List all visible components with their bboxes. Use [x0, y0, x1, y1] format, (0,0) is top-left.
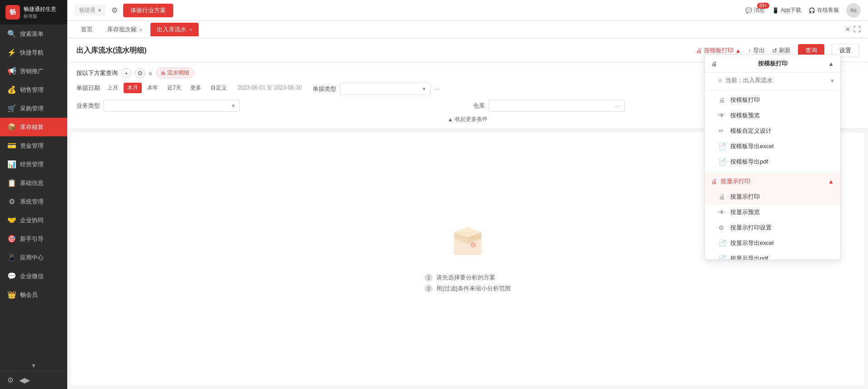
app-download-button[interactable]: 📱 App下载: [772, 6, 801, 14]
svg-point-6: [470, 242, 476, 248]
sidebar-item-wechat[interactable]: 💬 企业微信: [0, 267, 67, 285]
step-1-text: 请先选择要分析的方案: [436, 274, 495, 282]
message-icon: 💬: [745, 7, 752, 14]
date-current-month[interactable]: 本月: [124, 83, 142, 93]
sidebar-item-finance-label: 资金管理: [20, 142, 44, 150]
tab-in-out-flow-close[interactable]: ×: [189, 27, 192, 32]
empty-state: ! 1 请先选择要分析的方案 2 用[过滤]条件来缩小分析范围: [424, 223, 510, 295]
filter-business-type-label: 业务类型: [76, 102, 100, 110]
dropdown-header-icon: 🖨: [711, 60, 717, 67]
dropdown-item-template-export-pdf[interactable]: 📄 按模板导出pdf: [705, 154, 840, 170]
sidebar-footer: ⚙ ◀▶: [0, 371, 67, 389]
dropdown-collapse-arrow[interactable]: ▲: [828, 60, 834, 67]
tab-batch-ledger[interactable]: 库存批次账 ×: [101, 23, 149, 36]
topbar-user[interactable]: 畅捷通 ▾: [75, 5, 106, 16]
sidebar-item-system[interactable]: ⚙ 系统管理: [0, 192, 67, 211]
tab-in-out-flow[interactable]: 出入库流水 ×: [150, 23, 198, 36]
filter-business-type: 业务类型 ▾: [76, 100, 462, 112]
topbar-actions: 💬 消息 99+ 📱 App下载 🎧 在线客服 Rit: [745, 3, 861, 18]
sidebar-item-beginner[interactable]: 🎯 新手引导: [0, 229, 67, 248]
filter-settings-button[interactable]: ⚙: [135, 68, 145, 78]
dropdown-item-display-export-excel[interactable]: 📄 按显示导出excel: [705, 235, 840, 251]
dropdown-item-display-print[interactable]: 🖨 按显示打印: [705, 189, 840, 204]
tab-batch-ledger-close[interactable]: ×: [140, 27, 142, 32]
filter-doc-type-select[interactable]: ▾: [340, 83, 431, 95]
collapse-label: 收起更多条件: [455, 115, 488, 123]
sidebar-item-purchase[interactable]: 🛒 采购管理: [0, 99, 67, 118]
sidebar-item-marketing[interactable]: 📢 营销推广: [0, 62, 67, 80]
sidebar-item-enterprise[interactable]: 🤝 企业协同: [0, 211, 67, 229]
message-badge: 99+: [757, 3, 769, 9]
current-arrow: ▾: [831, 77, 834, 84]
sidebar-item-basic-info[interactable]: 📋 基础信息: [0, 174, 67, 192]
filter-add-button[interactable]: +: [121, 68, 131, 78]
collapse-more-button[interactable]: ▲ 收起更多条件: [448, 115, 488, 123]
window-maximize-button[interactable]: ⛶: [853, 25, 861, 34]
filter-tag-label: 流水明细: [167, 69, 189, 77]
sidebar-scroll-down[interactable]: ▼: [0, 360, 67, 371]
date-more[interactable]: 更多: [187, 83, 205, 93]
doc-type-more-icon[interactable]: ···: [434, 85, 439, 92]
print-template-arrow: ▲: [735, 47, 741, 54]
date-custom[interactable]: 自定义: [207, 83, 230, 93]
user-avatar[interactable]: Rit: [846, 3, 861, 18]
dropdown-item-template-custom[interactable]: ✏ 模板自定义设计: [705, 123, 840, 139]
inventory-icon: 📦: [7, 123, 16, 131]
display-preview-icon: 👁: [718, 209, 727, 216]
sidebar-item-quick-nav[interactable]: ⚡ 快捷导航: [0, 43, 67, 62]
filter-collapse-button[interactable]: «: [149, 70, 152, 77]
sidebar-nav: 🔍 搜索菜单 ⚡ 快捷导航 📢 营销推广 💰 销售管理 🛒 采购管理 📦 库存核…: [0, 25, 67, 360]
date-current-year[interactable]: 本年: [144, 83, 162, 93]
footer-collapse-icon[interactable]: ◀▶: [19, 376, 30, 384]
step-2-num: 2: [424, 284, 433, 293]
sidebar-item-operations[interactable]: 📊 经营管理: [0, 155, 67, 174]
filter-warehouse-select[interactable]: ···: [489, 100, 625, 112]
dropdown-item-template-export-excel[interactable]: 📄 按模板导出excel: [705, 139, 840, 154]
dropdown-item-template-preview[interactable]: 👁 按模板预览: [705, 108, 840, 123]
logo-icon: 畅: [5, 5, 20, 20]
sidebar-item-finance[interactable]: 💳 资金管理: [0, 136, 67, 155]
dropdown-item-display-export-pdf[interactable]: 📄 按显示导出pdf: [705, 251, 840, 259]
system-icon: ⚙: [7, 197, 16, 206]
filter-warehouse-label: 仓库: [473, 102, 485, 110]
dropdown-item-display-print-settings[interactable]: ⚙ 按显示打印设置: [705, 220, 840, 235]
message-button[interactable]: 💬 消息 99+: [745, 6, 765, 14]
empty-box-svg: !: [449, 223, 486, 259]
dropdown-display-section-header[interactable]: 🖨 按显示打印 ▲: [705, 174, 840, 189]
page-title: 出入库流水(流水明细): [76, 46, 147, 60]
dropdown-item-template-print[interactable]: 🖨 按模板打印: [705, 92, 840, 108]
display-export-pdf-label: 按显示导出pdf: [730, 254, 768, 259]
sidebar-item-inventory[interactable]: 📦 库存核算: [0, 118, 67, 136]
date-last-7-days[interactable]: 近7天: [164, 83, 185, 93]
purchase-icon: 🛒: [7, 104, 16, 113]
sidebar-item-app-center-label: 应用中心: [20, 254, 44, 262]
filter-tag-flow[interactable]: ⊕ 流水明细: [156, 68, 194, 78]
date-prev-month[interactable]: 上月: [104, 83, 122, 93]
filter-business-select[interactable]: ▾: [104, 100, 240, 112]
app-center-icon: 📱: [7, 253, 16, 262]
warehouse-more[interactable]: ···: [615, 102, 620, 109]
dropdown-item-display-preview[interactable]: 👁 按显示预览: [705, 204, 840, 220]
footer-settings-icon[interactable]: ⚙: [7, 376, 14, 384]
print-template-button[interactable]: 🖨 按模板打印 ▲: [696, 46, 741, 55]
refresh-label: 刷新: [779, 46, 791, 55]
marketing-icon: 📢: [7, 67, 16, 75]
topbar-settings-icon[interactable]: ⚙: [111, 6, 118, 15]
template-export-excel-label: 按模板导出excel: [730, 142, 773, 150]
sidebar-item-system-label: 系统管理: [20, 198, 44, 206]
sidebar-item-app-center[interactable]: 📱 应用中心: [0, 248, 67, 267]
enterprise-icon: 🤝: [7, 216, 16, 224]
window-close-button[interactable]: ×: [846, 25, 850, 34]
trial-button[interactable]: 体验行业方案: [123, 4, 173, 17]
refresh-button[interactable]: ↺ 刷新: [772, 46, 791, 55]
template-export-pdf-label: 按模板导出pdf: [730, 158, 768, 166]
export-button[interactable]: ↑ 导出: [748, 46, 765, 55]
sidebar-item-member[interactable]: 👑 畅会员: [0, 285, 67, 304]
filter-date-item: 单据日期 上月 本月 本年 近7天 更多 自定义 2023-06-01 至 20…: [76, 83, 302, 93]
dropdown-current-item[interactable]: ≡ 当前：出入库流水 ▾: [705, 73, 840, 88]
sidebar-item-sales[interactable]: 💰 销售管理: [0, 80, 67, 99]
sidebar-item-sales-label: 销售管理: [20, 86, 44, 94]
tab-home[interactable]: 首页: [75, 23, 99, 36]
sidebar-item-search[interactable]: 🔍 搜索菜单: [0, 25, 67, 43]
online-service-button[interactable]: 🎧 在线客服: [808, 6, 839, 14]
